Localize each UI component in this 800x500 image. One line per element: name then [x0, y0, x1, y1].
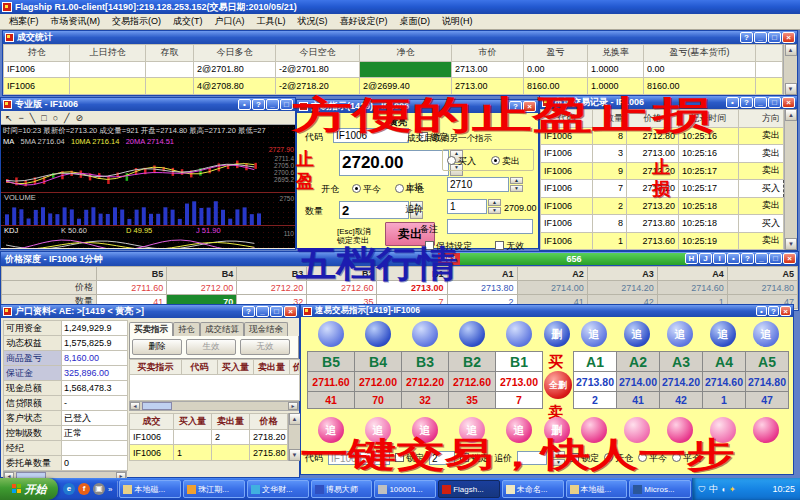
- price-input[interactable]: 2720.00: [339, 150, 449, 176]
- close-pos-radio[interactable]: 平仓: [672, 452, 701, 465]
- j-button[interactable]: J: [699, 253, 712, 264]
- language-icon[interactable]: 中: [709, 483, 718, 496]
- ie-icon[interactable]: e: [63, 483, 75, 495]
- quick-chase-spinner[interactable]: ▲▼: [552, 451, 565, 465]
- attach-tool-icon[interactable]: ⊘: [76, 113, 84, 123]
- chevron-icon[interactable]: »: [108, 485, 112, 494]
- task-button[interactable]: 本地磁...: [119, 480, 181, 498]
- pin-icon[interactable]: •: [238, 99, 251, 110]
- scrollbar[interactable]: ◄►: [129, 401, 299, 411]
- chase-sell-button[interactable]: 追: [318, 417, 344, 443]
- code-input[interactable]: IF1006: [333, 128, 409, 143]
- lock-checkbox[interactable]: 锁定: [570, 452, 599, 465]
- i-button[interactable]: I: [713, 253, 726, 264]
- chase-sell-button[interactable]: 追: [459, 417, 485, 443]
- ime-icon[interactable]: ✦: [729, 485, 736, 494]
- chase-buy-button[interactable]: 追: [624, 321, 650, 347]
- antivirus-icon[interactable]: 🛡: [698, 485, 706, 494]
- maximize-icon[interactable]: □: [769, 253, 782, 264]
- table-row[interactable]: IF100692712.2010:25:17卖出: [541, 162, 784, 180]
- help-icon[interactable]: ?: [740, 97, 753, 108]
- table-row[interactable]: IF100682712.8010:25:16卖出: [541, 127, 784, 145]
- start-button[interactable]: 开始: [0, 478, 58, 500]
- ask-sell-button[interactable]: [667, 417, 693, 443]
- minimize-icon[interactable]: _: [266, 99, 279, 110]
- bid-buy-button[interactable]: [506, 321, 532, 347]
- menu-desktop[interactable]: 桌面(D): [395, 14, 436, 29]
- hline-tool-icon[interactable]: −: [19, 113, 24, 123]
- cursor-tool-icon[interactable]: ↖: [5, 113, 13, 123]
- chase-buy-button[interactable]: 追: [581, 321, 607, 347]
- task-button[interactable]: 本地磁...: [566, 480, 628, 498]
- task-button[interactable]: 未命名...: [502, 480, 564, 498]
- sell-radio[interactable]: 卖出: [491, 155, 520, 168]
- ask-sell-button[interactable]: [624, 417, 650, 443]
- help-icon[interactable]: ?: [252, 99, 265, 110]
- task-button[interactable]: 博易大师: [311, 480, 373, 498]
- tab-settlement[interactable]: 成交结算: [200, 322, 244, 336]
- ellipse-tool-icon[interactable]: ○: [53, 113, 58, 123]
- delete-sell-button[interactable]: 删: [544, 417, 570, 443]
- buy-radio[interactable]: 买入: [447, 155, 476, 168]
- menu-help[interactable]: 说明(H): [437, 14, 478, 29]
- qty-input[interactable]: 2: [339, 201, 409, 219]
- ask-sell-button[interactable]: [710, 417, 736, 443]
- menu-status[interactable]: 状况(S): [293, 14, 333, 29]
- menu-trade-order[interactable]: 交易指示(O): [107, 14, 166, 29]
- close-icon[interactable]: ×: [782, 97, 795, 108]
- stop-spinner[interactable]: ▲▼: [510, 177, 523, 192]
- line-tool-icon[interactable]: ╱: [64, 113, 69, 123]
- minimize-icon[interactable]: _: [755, 253, 768, 264]
- help-icon[interactable]: ?: [741, 253, 754, 264]
- firefox-icon[interactable]: f: [78, 483, 90, 495]
- table-row[interactable]: IF100622713.2010:25:18卖出: [541, 197, 784, 215]
- table-row[interactable]: IF100672713.2010:25:17买入: [541, 180, 784, 198]
- quick-chase-input[interactable]: [517, 451, 547, 465]
- help-icon[interactable]: ?: [509, 101, 522, 112]
- close-icon[interactable]: ×: [783, 253, 796, 264]
- table-row[interactable]: IF100612713.6010:25:19卖出: [541, 232, 784, 250]
- menu-preferences[interactable]: 喜好设定(P): [335, 14, 393, 29]
- chase-sell-button[interactable]: 追: [412, 417, 438, 443]
- pin-icon[interactable]: •: [756, 306, 767, 316]
- ask-qty-row[interactable]: 24142147: [574, 392, 789, 409]
- ask-sell-button[interactable]: [581, 417, 607, 443]
- help-icon[interactable]: ?: [768, 306, 779, 316]
- table-row[interactable]: IF10064@2708.80-2@2718.202@2699.402713.0…: [4, 78, 783, 95]
- pin-icon[interactable]: •: [726, 97, 739, 108]
- chase-buy-button[interactable]: 追: [753, 321, 779, 347]
- chase-sell-button[interactable]: 追: [506, 417, 532, 443]
- chase-buy-button[interactable]: 追: [667, 321, 693, 347]
- close-today-radio[interactable]: 平今: [638, 452, 667, 465]
- table-row[interactable]: IF10062@2701.80-2@2701.802713.000.001.00…: [4, 61, 783, 78]
- menu-account[interactable]: 户口(A): [210, 14, 250, 29]
- scrollbar[interactable]: ▲▼: [783, 44, 797, 95]
- depth-price-row[interactable]: 价格 2711.602712.002712.202712.602713.00 2…: [2, 281, 798, 295]
- chase-input[interactable]: 1: [447, 199, 487, 214]
- help-icon[interactable]: ?: [740, 32, 753, 43]
- volume-icon[interactable]: ◖: [721, 485, 726, 494]
- maximize-icon[interactable]: □: [768, 32, 781, 43]
- close-icon[interactable]: ×: [284, 306, 297, 317]
- trendline-tool-icon[interactable]: ╲: [30, 113, 35, 123]
- menu-market-info[interactable]: 市场资讯(M): [46, 14, 106, 29]
- remark-input[interactable]: [447, 219, 533, 234]
- scrollbar[interactable]: ▲▼: [288, 413, 300, 461]
- task-button-active[interactable]: Flagsh...: [438, 480, 500, 498]
- pin-icon[interactable]: •: [727, 253, 740, 264]
- stop-price-input[interactable]: 2710: [447, 177, 509, 192]
- delete-buy-button[interactable]: 删: [544, 321, 570, 347]
- tab-orders[interactable]: 买卖指示: [129, 322, 173, 336]
- bid-buy-button[interactable]: [459, 321, 485, 347]
- tab-cash[interactable]: 现金结余: [244, 322, 288, 336]
- chase-sell-button[interactable]: 追: [365, 417, 391, 443]
- minimize-icon[interactable]: _: [754, 97, 767, 108]
- scrollbar[interactable]: ▲▼: [784, 109, 797, 250]
- close-icon[interactable]: ×: [782, 32, 795, 43]
- delete-button[interactable]: 删除: [132, 339, 182, 355]
- maximize-icon[interactable]: □: [768, 97, 781, 108]
- bid-buy-button[interactable]: [365, 321, 391, 347]
- tab-positions[interactable]: 持仓: [173, 322, 200, 336]
- close-today-radio[interactable]: 平今: [352, 183, 381, 196]
- menu-deals[interactable]: 成交(T): [168, 14, 208, 29]
